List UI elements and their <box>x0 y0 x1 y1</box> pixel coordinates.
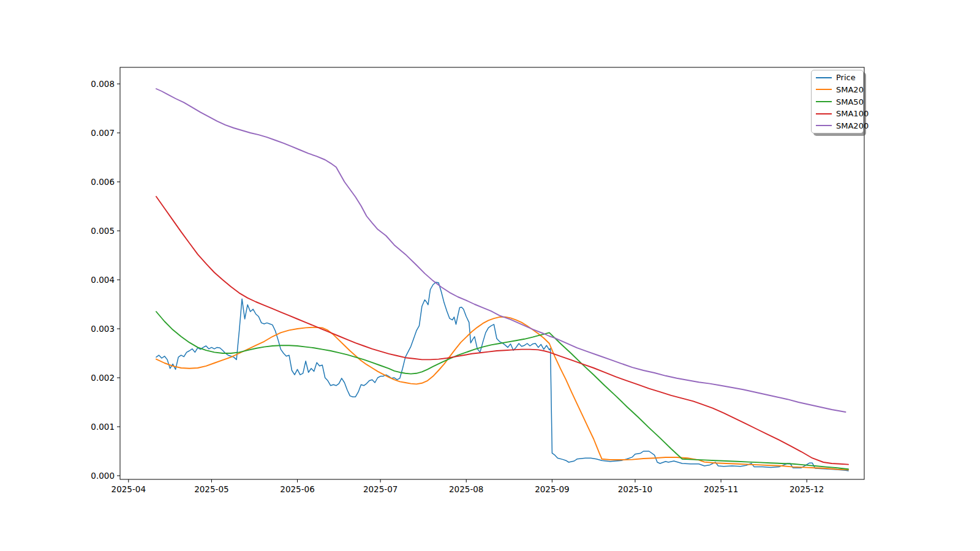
y-tick-label: 0.006 <box>91 177 115 187</box>
sma100-line-swatch <box>816 113 832 114</box>
chart-figure: 0.0000.0010.0020.0030.0040.0050.0060.007… <box>0 0 980 551</box>
sma50-line-swatch <box>816 101 832 102</box>
legend-item-sma20: SMA20 <box>812 84 863 96</box>
price-line-swatch <box>816 77 832 78</box>
x-tick-label: 2025-12 <box>790 484 824 494</box>
legend-item-sma50: SMA50 <box>812 96 863 108</box>
y-tick-label: 0.004 <box>91 275 115 285</box>
y-tick-label: 0.005 <box>91 226 115 236</box>
x-tick-label: 2025-05 <box>194 484 228 494</box>
legend-item-sma200: SMA200 <box>812 119 863 132</box>
price-line <box>156 282 848 471</box>
sma100-line <box>156 197 848 465</box>
x-tick-label: 2025-10 <box>618 484 652 494</box>
x-tick-label: 2025-04 <box>111 484 146 494</box>
y-tick-label: 0.008 <box>91 79 115 89</box>
sma200-line <box>156 89 846 412</box>
legend-label: SMA20 <box>836 86 864 94</box>
legend-label: Price <box>836 73 856 81</box>
legend-label: SMA50 <box>836 98 864 106</box>
legend-item-sma100: SMA100 <box>812 108 863 120</box>
sma20-line <box>156 317 848 470</box>
legend-item-price: Price <box>812 72 863 84</box>
sma200-line-swatch <box>816 125 832 126</box>
y-tick-label: 0.001 <box>91 422 115 432</box>
y-tick-label: 0.000 <box>91 471 115 481</box>
y-tick-label: 0.003 <box>91 324 115 334</box>
legend-label: SMA100 <box>836 110 869 118</box>
legend: Price SMA20 SMA50 SMA100 SMA200 <box>811 70 864 133</box>
y-tick-label: 0.002 <box>91 373 115 383</box>
x-tick-label: 2025-08 <box>449 484 483 494</box>
x-tick-label: 2025-06 <box>280 484 314 494</box>
y-tick-label: 0.007 <box>91 128 115 138</box>
x-tick-label: 2025-11 <box>704 484 738 494</box>
legend-label: SMA200 <box>836 122 869 130</box>
x-tick-label: 2025-09 <box>535 484 569 494</box>
axes-frame <box>120 67 864 479</box>
sma20-line-swatch <box>816 89 832 90</box>
x-tick-label: 2025-07 <box>363 484 398 494</box>
